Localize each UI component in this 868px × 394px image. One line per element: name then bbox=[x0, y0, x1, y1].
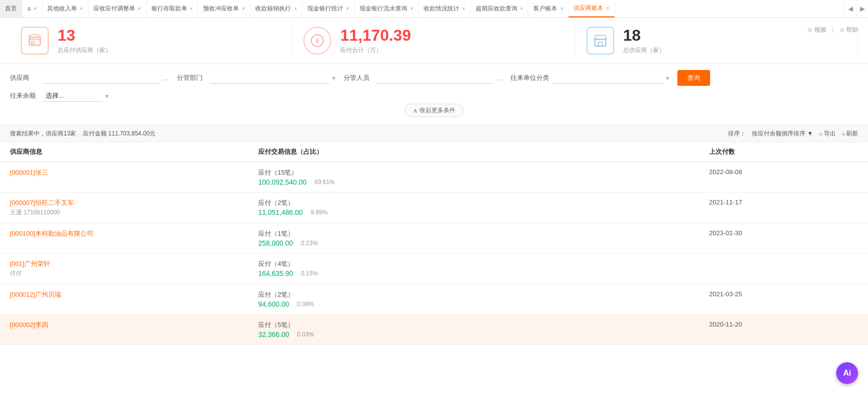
close-icon[interactable]: × bbox=[138, 6, 141, 11]
dept-select[interactable] bbox=[210, 72, 329, 84]
close-icon[interactable]: × bbox=[190, 6, 193, 11]
nav-customer-ledger[interactable]: 客户账本 × bbox=[528, 0, 569, 17]
nav-cash-bank-stat[interactable]: 现金银行统计 × bbox=[302, 0, 355, 17]
svg-rect-1 bbox=[31, 41, 34, 44]
nav-receipt-stat[interactable]: 收款情况统计 × bbox=[419, 0, 471, 17]
person-filter: 分管人员 ... bbox=[344, 72, 503, 84]
supplier-input[interactable] bbox=[43, 72, 159, 84]
last-pay-date: 2023-01-30 bbox=[709, 229, 742, 237]
nav-supplier-ledger[interactable]: 供应商账本 × bbox=[569, 0, 615, 17]
nav-overdue-ar[interactable]: 超期应收款查询 × bbox=[471, 0, 529, 17]
close-icon[interactable]: × bbox=[560, 6, 563, 11]
supplier-link[interactable]: [000007]恒旺二手叉车 bbox=[10, 199, 74, 206]
supplier-link[interactable]: [000100]本特勤油品有限公司 bbox=[10, 230, 93, 237]
export-button[interactable]: ○ 导出 bbox=[819, 130, 836, 138]
filter-row-1: 供应商 ... 分管部门 ▾ 分管人员 ... 往来单位分类 ▾ 查询 bbox=[10, 70, 858, 86]
refresh-button[interactable]: ○ 刷新 bbox=[842, 130, 858, 138]
nav-prev-button[interactable]: ◀ bbox=[844, 0, 856, 18]
person-dots-icon[interactable]: ... bbox=[496, 73, 503, 82]
close-icon[interactable]: × bbox=[242, 6, 245, 11]
result-bar: 搜索结果中，供应商13家 应付金额 111,703,854.00元 排序： 按应… bbox=[0, 126, 868, 142]
tx-type: 应付（4笔） bbox=[258, 260, 294, 268]
close-icon[interactable]: × bbox=[410, 6, 413, 11]
tx-amount-link[interactable]: 11,051,486.00 bbox=[258, 208, 303, 216]
last-pay-date: 2022-08-08 bbox=[709, 168, 742, 176]
tx-amount-link[interactable]: 32,366.00 bbox=[258, 330, 289, 338]
top-navigation: 首页 ≡ × 其他收入单 × 应收应付调整单 × 银行存取款单 × 预收冲应收单… bbox=[0, 0, 868, 18]
svg-rect-0 bbox=[29, 37, 40, 45]
video-link[interactable]: ⊙ 视频 bbox=[807, 26, 826, 34]
summary-ap-suppliers: 13 总应付供应商（家） bbox=[10, 26, 292, 56]
tx-type: 应付（1笔） bbox=[258, 229, 294, 238]
summary-help: ⊙ 视频 | ⊙ 帮助 bbox=[807, 26, 858, 34]
total-suppliers-icon bbox=[585, 26, 615, 56]
nav-bank-deposit[interactable]: 银行存取款单 × bbox=[146, 0, 199, 17]
dept-filter-label: 分管部门 bbox=[177, 73, 207, 82]
nav-ar-ap-adjust[interactable]: 应收应付调整单 × bbox=[88, 0, 146, 17]
tx-type: 应付（5笔） bbox=[258, 321, 294, 329]
tx-amount-link[interactable]: 94,600.00 bbox=[258, 300, 289, 308]
sort-label: 排序： bbox=[728, 130, 746, 138]
nav-menu[interactable]: ≡ × bbox=[22, 0, 42, 17]
svg-rect-5 bbox=[598, 42, 602, 46]
amount-icon: ¥ bbox=[303, 27, 331, 55]
collapse-button[interactable]: ∧ 收起更多条件 bbox=[405, 104, 464, 117]
sort-dropdown[interactable]: 按应付余额倒序排序 ▼ bbox=[752, 130, 813, 138]
nav-home[interactable]: 首页 bbox=[0, 0, 22, 17]
query-button[interactable]: 查询 bbox=[677, 70, 710, 86]
supplier-dots-icon[interactable]: ... bbox=[162, 73, 169, 82]
tx-amount-row: 258,000.00 0.23% bbox=[258, 239, 709, 247]
svg-rect-4 bbox=[595, 39, 606, 46]
supplier-link[interactable]: [000001]张三 bbox=[10, 169, 48, 176]
close-icon[interactable]: × bbox=[346, 6, 349, 11]
category-select[interactable] bbox=[552, 72, 663, 84]
tx-info-cell: 应付（2笔） 94,600.00 0.08% bbox=[258, 290, 709, 308]
tx-row: 应付（4笔） bbox=[258, 260, 709, 268]
ap-amount-value: 11,170.39 bbox=[340, 27, 411, 44]
last-pay-cell: 2023-01-30 bbox=[709, 229, 858, 237]
supplier-link[interactable]: [001]广州荣轩 bbox=[10, 260, 50, 267]
nav-prepaid-ar[interactable]: 预收冲应收单 × bbox=[198, 0, 250, 17]
supplier-link[interactable]: [000012]广州贝瑞 bbox=[10, 291, 61, 298]
export-icon: ○ bbox=[819, 131, 823, 137]
supplier-link[interactable]: [000002]李四 bbox=[10, 321, 48, 328]
total-suppliers-value: 18 bbox=[623, 27, 665, 44]
close-icon[interactable]: × bbox=[294, 6, 297, 11]
summary-ap-amount: ¥ 11,170.39 应付合计（万） bbox=[292, 26, 575, 56]
close-icon[interactable]: × bbox=[34, 6, 37, 11]
tx-type: 应付（2笔） bbox=[258, 198, 294, 207]
supplier-contact: 仔仔 bbox=[10, 269, 258, 278]
tx-percent: 0.03% bbox=[297, 331, 314, 338]
tx-percent: 0.23% bbox=[301, 240, 318, 247]
balance-select[interactable]: 选择... bbox=[43, 90, 102, 102]
nav-cash-bank-flow[interactable]: 现金银行流水查询 × bbox=[355, 0, 419, 17]
tx-amount-link[interactable]: 258,000.00 bbox=[258, 239, 293, 247]
close-icon[interactable]: × bbox=[520, 6, 523, 11]
category-filter-label: 往来单位分类 bbox=[510, 73, 549, 82]
tx-amount-link[interactable]: 164,635.90 bbox=[258, 269, 293, 277]
person-input[interactable] bbox=[376, 72, 493, 84]
tx-info-cell: 应付（15笔） 100,092,540.00 89.61% bbox=[258, 168, 709, 186]
ai-badge[interactable]: Ai bbox=[836, 362, 858, 384]
total-suppliers-label: 总供应商（家） bbox=[623, 46, 665, 55]
supplier-contact: 王通 17106110000 bbox=[10, 208, 258, 217]
tx-row: 应付（15笔） bbox=[258, 168, 709, 177]
tx-amount-row: 164,635.90 0.15% bbox=[258, 269, 709, 277]
close-icon[interactable]: × bbox=[462, 6, 465, 11]
ap-suppliers-value: 13 bbox=[58, 27, 111, 44]
last-pay-date: 2020-11-20 bbox=[709, 321, 742, 328]
ap-amount-content: 11,170.39 应付合计（万） bbox=[340, 27, 411, 55]
col-tx-info: 应付交易信息（占比） bbox=[258, 147, 709, 156]
tx-amount-link[interactable]: 100,092,540.00 bbox=[258, 178, 306, 186]
dept-dropdown-icon: ▾ bbox=[332, 74, 336, 82]
close-icon[interactable]: × bbox=[80, 6, 83, 11]
nav-receipt-verify[interactable]: 收款核销执行 × bbox=[250, 0, 302, 17]
tx-amount-row: 11,051,486.00 9.89% bbox=[258, 208, 709, 216]
tx-row: 应付（1笔） bbox=[258, 229, 709, 238]
nav-next-button[interactable]: ▶ bbox=[856, 0, 868, 18]
help-link[interactable]: ⊙ 帮助 bbox=[840, 26, 858, 34]
table-header: 供应商信息 应付交易信息（占比） 上次付数 bbox=[0, 142, 868, 162]
store-icon bbox=[586, 27, 614, 55]
nav-other-income[interactable]: 其他收入单 × bbox=[42, 0, 88, 17]
close-icon[interactable]: × bbox=[606, 5, 609, 11]
